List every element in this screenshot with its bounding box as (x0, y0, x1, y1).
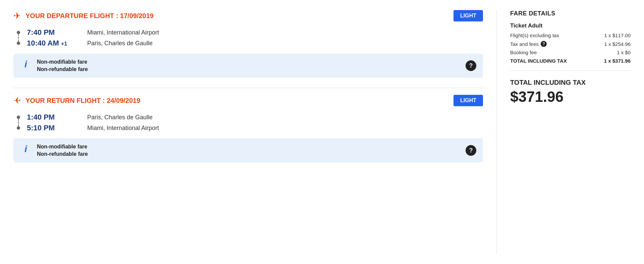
departure-label: YOUR DEPARTURE FLIGHT : (25, 12, 120, 19)
fare-details-title: FARE DETAILS (510, 10, 631, 17)
page-wrapper: ✈ YOUR DEPARTURE FLIGHT : 17/09/2019 LIG… (0, 0, 644, 264)
return-fare-line2: Non-refundable fare (37, 151, 88, 157)
departure-flight-title: YOUR DEPARTURE FLIGHT : 17/09/2019 (25, 12, 154, 20)
return-header-left: ✈ YOUR RETURN FLIGHT : 24/09/2019 (13, 96, 140, 105)
total-line-label: TOTAL INCLUDING TAX (510, 58, 567, 64)
departure-origin-time: 7:40 PM (27, 28, 80, 37)
tax-fees-label: Tax and fees (510, 41, 539, 47)
return-fare-info-box: i Non-modifiable fare Non-refundable far… (13, 138, 483, 162)
return-dest-dot (17, 126, 20, 130)
return-flight-block: ✈ YOUR RETURN FLIGHT : 24/09/2019 LIGHT … (13, 95, 483, 162)
tax-fees-label-group: Tax and fees ? (510, 41, 547, 47)
return-dest-time: 5:10 PM (27, 124, 80, 132)
total-line-value: 1 x $371.96 (604, 58, 631, 64)
return-info-icon: i (20, 144, 32, 157)
return-origin-row: 1:40 PM Paris, Charles de Gaulle (17, 113, 483, 122)
total-including-tax-line: TOTAL INCLUDING TAX 1 x $371.96 (510, 58, 631, 64)
return-light-badge: LIGHT (453, 95, 483, 106)
total-big-block: TOTAL INCLUDING TAX $371.96 (510, 79, 631, 105)
return-origin-dot (17, 116, 20, 119)
departure-dest-dot (17, 42, 20, 45)
total-big-amount: $371.96 (510, 88, 631, 105)
departure-date: 17/09/2019 (120, 12, 154, 19)
departure-route-times: 7:40 PM Miami, International Airport 10:… (13, 28, 483, 48)
departure-origin-row: 7:40 PM Miami, International Airport (17, 28, 483, 37)
departure-dest-time: 10:40 AM +1 (27, 39, 80, 48)
flights-section: ✈ YOUR DEPARTURE FLIGHT : 17/09/2019 LIG… (13, 10, 496, 254)
total-big-label: TOTAL INCLUDING TAX (510, 79, 631, 86)
departure-light-badge: LIGHT (453, 10, 483, 21)
return-route-times: 1:40 PM Paris, Charles de Gaulle 5:10 PM… (13, 113, 483, 132)
fare-details-divider (510, 70, 631, 71)
return-plane-icon: ✈ (13, 96, 21, 105)
flights-excluding-tax-line: Flight(s) excluding tax 1 x $117.00 (510, 32, 631, 38)
flights-excluding-tax-value: 1 x $117.00 (604, 32, 631, 38)
arrival-plus-one: +1 (61, 41, 67, 47)
return-origin-time: 1:40 PM (27, 113, 80, 122)
departure-info-icon: i (20, 59, 32, 72)
return-dest-row: 5:10 PM Miami, International Airport (17, 124, 483, 132)
departure-header-left: ✈ YOUR DEPARTURE FLIGHT : 17/09/2019 (13, 11, 154, 20)
booking-fee-value: 1 x $0 (617, 50, 631, 55)
return-origin-city: Paris, Charles de Gaulle (87, 114, 153, 121)
departure-dest-city: Paris, Charles de Gaulle (87, 40, 153, 47)
booking-fee-label: Booking fee (510, 50, 537, 55)
fare-details-section: FARE DETAILS Ticket Adult Flight(s) excl… (496, 10, 631, 254)
departure-fare-line2: Non-refundable fare (37, 66, 88, 72)
return-dest-city: Miami, International Airport (87, 125, 159, 132)
divider-between-flights (13, 88, 483, 88)
return-label: YOUR RETURN FLIGHT : (25, 97, 107, 104)
departure-flight-block: ✈ YOUR DEPARTURE FLIGHT : 17/09/2019 LIG… (13, 10, 483, 78)
tax-fees-value: 1 x $254.96 (604, 41, 631, 47)
tax-fees-line: Tax and fees ? 1 x $254.96 (510, 41, 631, 47)
departure-fare-text: Non-modifiable fare Non-refundable fare (37, 59, 88, 72)
departure-origin-dot (17, 31, 20, 34)
return-fare-line1: Non-modifiable fare (37, 144, 88, 150)
return-fare-info-left: i Non-modifiable fare Non-refundable far… (20, 144, 88, 157)
departure-question-button[interactable]: ? (466, 60, 476, 71)
flights-excluding-tax-label: Flight(s) excluding tax (510, 32, 559, 38)
return-fare-text: Non-modifiable fare Non-refundable fare (37, 144, 88, 157)
departure-fare-line1: Non-modifiable fare (37, 59, 88, 65)
departure-fare-info-box: i Non-modifiable fare Non-refundable far… (13, 54, 483, 78)
departure-dest-row: 10:40 AM +1 Paris, Charles de Gaulle (17, 39, 483, 48)
booking-fee-line: Booking fee 1 x $0 (510, 50, 631, 55)
departure-origin-city: Miami, International Airport (87, 29, 159, 36)
departure-fare-info-left: i Non-modifiable fare Non-refundable far… (20, 59, 88, 72)
departure-flight-header: ✈ YOUR DEPARTURE FLIGHT : 17/09/2019 LIG… (13, 10, 483, 21)
tax-fees-question-icon[interactable]: ? (541, 41, 547, 47)
return-date: 24/09/2019 (107, 97, 140, 104)
ticket-adult-label: Ticket Adult (510, 22, 631, 29)
arrival-time-text: 10:40 AM (27, 39, 59, 47)
return-flight-title: YOUR RETURN FLIGHT : 24/09/2019 (25, 97, 140, 105)
return-flight-header: ✈ YOUR RETURN FLIGHT : 24/09/2019 LIGHT (13, 95, 483, 106)
departure-plane-icon: ✈ (13, 11, 21, 20)
return-question-button[interactable]: ? (466, 145, 476, 156)
